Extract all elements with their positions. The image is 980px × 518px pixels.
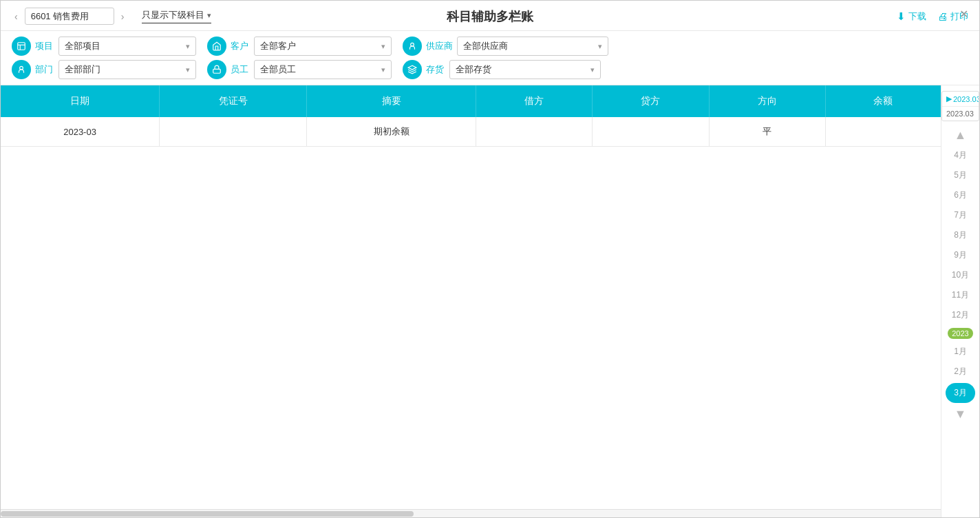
- supplier-icon: [403, 37, 422, 56]
- filter-item-inventory: 存货 全部存货 ▾: [403, 60, 601, 79]
- filter-area: 项目 全部项目 ▾ 客户 全部客户 ▾: [1, 31, 979, 85]
- year-badge-container: 2023: [945, 325, 975, 342]
- page-title: 科目辅助多栏账: [447, 8, 533, 25]
- customer-select[interactable]: 全部客户 ▾: [254, 37, 392, 56]
- employee-icon: [207, 60, 226, 79]
- scrollbar-thumb[interactable]: [1, 511, 414, 517]
- timeline-month-11[interactable]: 11月: [941, 285, 979, 305]
- expand-arrow: ▶: [946, 94, 952, 103]
- cell-date: 2023-03: [1, 117, 160, 147]
- svg-rect-5: [213, 69, 221, 73]
- download-icon: ⬇: [897, 10, 906, 23]
- year-badge[interactable]: 2023: [948, 328, 972, 339]
- department-select[interactable]: 全部部门 ▾: [58, 60, 196, 79]
- empty-area: [1, 147, 941, 509]
- timeline-month-12[interactable]: 12月: [941, 305, 979, 325]
- filter-item-project: 项目 全部项目 ▾: [12, 37, 196, 56]
- title-actions: ⬇ 下载 🖨 打印 ✕: [897, 10, 968, 23]
- cell-voucher: [160, 117, 307, 147]
- timeline-month-8[interactable]: 8月: [941, 225, 979, 245]
- filter-row-1: 项目 全部项目 ▾ 客户 全部客户 ▾: [12, 37, 968, 56]
- customer-value: 全部客户: [260, 40, 296, 52]
- main-window: ‹ › 只显示下级科目 ▾ 科目辅助多栏账 ⬇ 下载 🖨 打印 ✕: [0, 0, 980, 518]
- col-date: 日期: [1, 85, 160, 117]
- supplier-label: 供应商: [426, 40, 453, 52]
- date-range-panel: ▶ 2023.03 2023.03: [941, 91, 979, 121]
- bottom-scrollbar[interactable]: [1, 509, 941, 517]
- data-table: 日期 凭证号 摘要 借方 贷方 方向 余额 2023-03 期初余额: [1, 85, 941, 147]
- filter-dropdown-label: 只显示下级科目: [142, 9, 204, 21]
- main-content: 日期 凭证号 摘要 借方 贷方 方向 余额 2023-03 期初余额: [1, 85, 941, 517]
- filter-item-supplier: 供应商 全部供应商 ▾: [403, 37, 608, 56]
- cell-balance: [825, 117, 941, 147]
- date-range-expand[interactable]: ▶ 2023.03: [942, 92, 979, 107]
- timeline-month-9[interactable]: 9月: [941, 245, 979, 265]
- customer-arrow: ▾: [381, 42, 385, 51]
- col-balance: 余额: [825, 85, 941, 117]
- filter-item-customer: 客户 全部客户 ▾: [207, 37, 392, 56]
- inventory-value: 全部存货: [456, 63, 491, 76]
- department-label: 部门: [35, 63, 54, 76]
- filter-item-department: 部门 全部部门 ▾: [12, 60, 196, 79]
- col-summary: 摘要: [307, 85, 476, 117]
- customer-icon: [207, 37, 226, 56]
- inventory-select[interactable]: 全部存货 ▾: [449, 60, 601, 79]
- inventory-label: 存货: [426, 63, 445, 76]
- table-header-row: 日期 凭证号 摘要 借方 贷方 方向 余额: [1, 85, 941, 117]
- close-button[interactable]: ✕: [959, 8, 968, 21]
- inventory-icon: [403, 60, 422, 79]
- timeline-month-2[interactable]: 2月: [941, 362, 979, 382]
- timeline-month-10[interactable]: 10月: [941, 265, 979, 285]
- timeline-month-7[interactable]: 7月: [941, 205, 979, 225]
- col-credit: 贷方: [593, 85, 709, 117]
- project-label: 项目: [35, 40, 54, 52]
- timeline-month-4[interactable]: 4月: [941, 145, 979, 165]
- employee-label: 员工: [231, 63, 250, 76]
- supplier-arrow: ▾: [598, 42, 602, 51]
- project-select[interactable]: 全部项目 ▾: [58, 37, 196, 56]
- filter-dropdown-arrow: ▾: [207, 11, 211, 20]
- table-area: 日期 凭证号 摘要 借方 贷方 方向 余额 2023-03 期初余额: [1, 85, 979, 517]
- cell-debit: [476, 117, 593, 147]
- project-value: 全部项目: [65, 40, 100, 52]
- date-range-item-2[interactable]: 2023.03: [942, 107, 979, 121]
- col-direction: 方向: [709, 85, 825, 117]
- svg-rect-0: [18, 43, 25, 50]
- employee-select[interactable]: 全部员工 ▾: [254, 60, 392, 79]
- filter-item-employee: 员工 全部员工 ▾: [207, 60, 392, 79]
- department-value: 全部部门: [65, 63, 100, 76]
- download-label: 下载: [908, 10, 926, 23]
- department-icon: [12, 60, 31, 79]
- timeline-month-3-active[interactable]: 3月: [946, 383, 975, 403]
- cell-summary: 期初余额: [307, 117, 476, 147]
- date-range-label-2: 2023.03: [946, 110, 974, 118]
- account-code-input[interactable]: [25, 8, 114, 25]
- supplier-value: 全部供应商: [463, 40, 508, 52]
- title-bar: ‹ › 只显示下级科目 ▾ 科目辅助多栏账 ⬇ 下载 🖨 打印 ✕: [1, 1, 979, 31]
- department-arrow: ▾: [186, 65, 190, 74]
- prev-account-button[interactable]: ‹: [12, 10, 21, 23]
- right-sidebar: ▶ 2023.03 2023.03 ▲ 4月 5月 6月 7月 8月 9月 10…: [941, 85, 979, 517]
- svg-point-4: [20, 66, 23, 70]
- filter-dropdown[interactable]: 只显示下级科目 ▾: [142, 9, 211, 23]
- filter-row-2: 部门 全部部门 ▾ 员工 全部员工 ▾: [12, 60, 968, 79]
- timeline-month-6[interactable]: 6月: [941, 185, 979, 205]
- date-range-label-1: 2023.03: [953, 95, 979, 103]
- title-left: ‹ › 只显示下级科目 ▾: [12, 8, 211, 25]
- next-account-button[interactable]: ›: [118, 10, 127, 23]
- supplier-select[interactable]: 全部供应商 ▾: [457, 37, 608, 56]
- table-row: 2023-03 期初余额 平: [1, 117, 941, 147]
- svg-point-3: [411, 43, 414, 46]
- scroll-up-button[interactable]: ▲: [952, 125, 970, 145]
- scroll-down-button[interactable]: ▼: [952, 404, 970, 424]
- project-icon: [12, 37, 31, 56]
- timeline-month-5[interactable]: 5月: [941, 165, 979, 185]
- download-button[interactable]: ⬇ 下载: [897, 10, 926, 23]
- col-debit: 借方: [476, 85, 593, 117]
- inventory-arrow: ▾: [590, 65, 595, 74]
- employee-arrow: ▾: [381, 65, 385, 74]
- timeline-month-1[interactable]: 1月: [941, 342, 979, 362]
- customer-label: 客户: [231, 40, 250, 52]
- print-icon: 🖨: [937, 10, 948, 22]
- employee-value: 全部员工: [260, 63, 296, 76]
